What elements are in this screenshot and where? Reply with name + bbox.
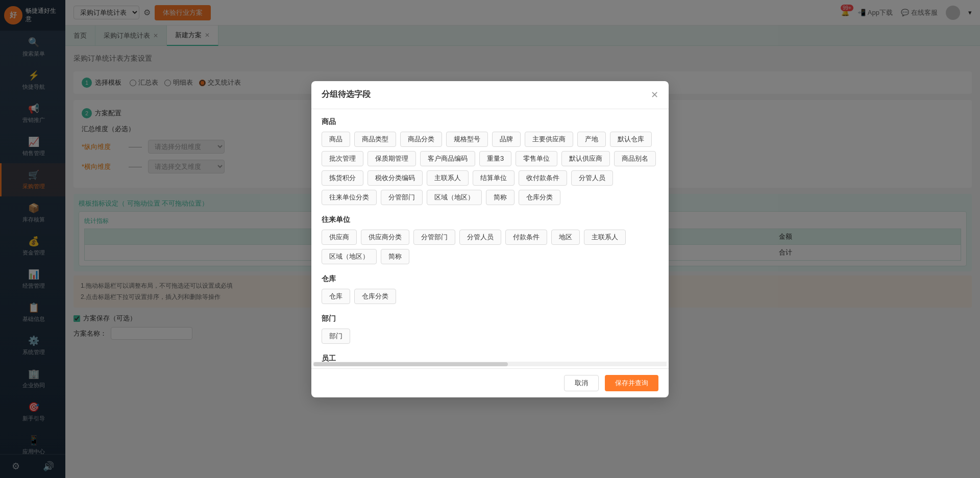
field-tag[interactable]: 地区 [551,230,580,245]
field-tag[interactable]: 默认供应商 [561,151,610,166]
field-tag[interactable]: 仓库 [322,289,350,304]
field-tag[interactable]: 分管人员 [571,170,613,186]
modal-body: 商品 商品 商品类型 商品分类 规格型号 品牌 主要供应商 产地 默认仓库 批次… [311,109,669,362]
modal-header: 分组待选字段 ✕ [311,81,669,109]
cancel-button[interactable]: 取消 [564,375,599,391]
field-group-warehouse: 仓库 仓库 仓库分类 [322,274,658,304]
field-group-partner: 往来单位 供应商 供应商分类 分管部门 分管人员 付款条件 地区 主联系人 区域… [322,215,658,264]
field-group-employee: 员工 业务员 [322,354,658,362]
field-tags-goods: 商品 商品类型 商品分类 规格型号 品牌 主要供应商 产地 默认仓库 批次管理 … [322,132,658,205]
field-tag[interactable]: 拣货积分 [322,170,363,186]
field-tag[interactable]: 主联系人 [427,170,469,186]
field-tag[interactable]: 区域（地区） [427,190,482,205]
field-tag[interactable]: 商品 [322,132,350,147]
modal-title: 分组待选字段 [322,89,371,100]
field-group-department-title: 部门 [322,314,658,323]
confirm-button[interactable]: 保存并查询 [605,375,658,391]
field-tag[interactable]: 分管部门 [413,230,455,245]
field-tag[interactable]: 零售单位 [516,151,557,166]
modal-overlay: 分组待选字段 ✕ 商品 商品 商品类型 商品分类 规格型号 品牌 主要供应商 [65,0,980,478]
field-group-department: 部门 部门 [322,314,658,344]
field-tags-warehouse: 仓库 仓库分类 [322,289,658,304]
field-tag[interactable]: 往来单位分类 [322,190,377,205]
field-tag[interactable]: 保质期管理 [368,151,416,166]
modal-horizontal-scrollbar[interactable] [311,362,669,368]
field-select-modal: 分组待选字段 ✕ 商品 商品 商品类型 商品分类 规格型号 品牌 主要供应商 [311,81,669,397]
field-tag[interactable]: 结算单位 [473,170,514,186]
scrollbar-thumb[interactable] [313,362,508,366]
main-content: 采购订单统计表 ⚙ 体验行业方案 🔔 99+ 📲 App下载 💬 在线客服 [65,0,980,478]
field-tag[interactable]: 商品别名 [614,151,656,166]
field-tag[interactable]: 供应商 [322,230,357,245]
field-tag[interactable]: 商品类型 [354,132,396,147]
field-group-goods-title: 商品 [322,117,658,127]
modal-footer: 取消 保存并查询 [311,368,669,397]
modal-close-btn[interactable]: ✕ [651,89,658,100]
field-group-partner-title: 往来单位 [322,215,658,224]
field-group-employee-title: 员工 [322,354,658,362]
field-tag[interactable]: 主联系人 [584,230,626,245]
field-tag[interactable]: 主要供应商 [525,132,573,147]
field-group-goods: 商品 商品 商品类型 商品分类 规格型号 品牌 主要供应商 产地 默认仓库 批次… [322,117,658,205]
field-group-warehouse-title: 仓库 [322,274,658,284]
field-tag[interactable]: 仓库分类 [354,289,396,304]
field-tag[interactable]: 分管部门 [381,190,423,205]
field-tag[interactable]: 商品分类 [400,132,442,147]
field-tag[interactable]: 重量3 [479,151,511,166]
field-tag[interactable]: 客户商品编码 [420,151,475,166]
field-tag[interactable]: 分管人员 [459,230,501,245]
field-tag[interactable]: 批次管理 [322,151,363,166]
field-tag[interactable]: 付款条件 [505,230,547,245]
field-tag[interactable]: 简称 [486,190,514,205]
field-tag[interactable]: 简称 [381,249,409,264]
field-tag[interactable]: 收付款条件 [519,170,567,186]
field-tag[interactable]: 品牌 [492,132,521,147]
field-tag[interactable]: 供应商分类 [361,230,409,245]
field-tag[interactable]: 税收分类编码 [368,170,423,186]
field-tag[interactable]: 规格型号 [446,132,488,147]
field-tag[interactable]: 仓库分类 [519,190,560,205]
field-tag[interactable]: 部门 [322,329,350,344]
field-tags-department: 部门 [322,329,658,344]
field-tags-partner: 供应商 供应商分类 分管部门 分管人员 付款条件 地区 主联系人 区域（地区） … [322,230,658,264]
field-tag[interactable]: 产地 [577,132,606,147]
field-tag[interactable]: 区域（地区） [322,249,377,264]
field-tag[interactable]: 默认仓库 [610,132,652,147]
